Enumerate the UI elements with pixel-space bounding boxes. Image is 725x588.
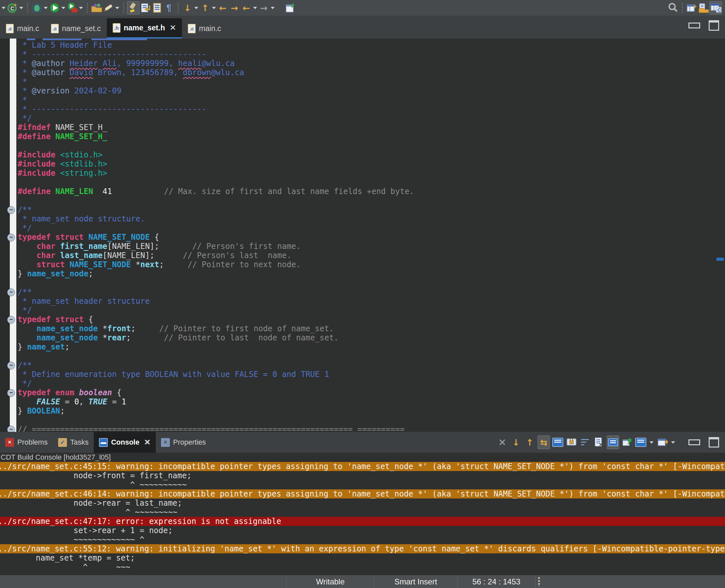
open-return-doc-icon[interactable] <box>140 2 151 14</box>
external-tools-dropdown-icon[interactable] <box>79 7 83 9</box>
annotate-pen-dropdown-icon[interactable] <box>115 7 119 9</box>
svg-text:✦: ✦ <box>664 438 668 446</box>
forward-history-star-icon[interactable]: → <box>229 2 240 14</box>
editor-tab-name_set.c[interactable]: .cname_set.c <box>45 18 107 39</box>
saved-perspectives-icon[interactable] <box>698 2 709 14</box>
debug-dropdown-icon[interactable] <box>44 7 48 9</box>
back-icon[interactable]: ← <box>240 2 252 14</box>
code-line: } name_set; <box>18 342 720 352</box>
tasks-icon: ✓ <box>58 438 67 447</box>
toolbar-separator <box>27 3 28 13</box>
svg-text:+: + <box>693 3 697 10</box>
new-c-project-icon[interactable]: C+ <box>6 2 18 14</box>
console-tab-Properties[interactable]: ≡Properties <box>156 432 211 453</box>
insert-mode-label: Smart Insert <box>395 577 437 586</box>
maximize-editor-icon[interactable] <box>709 20 719 31</box>
annotate-pen-icon[interactable] <box>103 2 114 14</box>
minimize-editor-icon[interactable] <box>688 23 700 28</box>
status-drag-handle-icon[interactable] <box>538 577 540 586</box>
editor-tab-main.c[interactable]: .cmain.c <box>182 18 227 39</box>
editor-tab-main.c[interactable]: .cmain.c <box>0 18 45 39</box>
writable-label: Writable <box>316 577 345 586</box>
external-tools-icon[interactable] <box>66 2 78 14</box>
fold-collapse-icon[interactable]: − <box>7 234 15 241</box>
search-icon[interactable] <box>667 2 679 14</box>
code-line: char first_name[NAME_LEN]; // Person's f… <box>18 242 720 251</box>
run-icon[interactable] <box>49 2 60 14</box>
open-console-icon[interactable]: ✦ <box>656 436 668 449</box>
fold-collapse-icon[interactable]: − <box>7 289 15 296</box>
new-dropdown-icon[interactable] <box>2 7 5 9</box>
next-annotation-icon[interactable]: ↓ <box>182 2 193 14</box>
clear-console-icon[interactable]: × <box>593 436 605 449</box>
open-console-dropdown-icon[interactable] <box>671 441 675 444</box>
terminate-icon[interactable]: ✕ <box>496 436 508 449</box>
previous-annotation-icon[interactable]: ↑ <box>199 2 211 14</box>
forward-icon[interactable]: → <box>258 2 270 14</box>
previous-annotation-dropdown-icon[interactable] <box>212 7 216 9</box>
c-cpp-perspective-icon[interactable]: C <box>709 1 722 14</box>
pin-console-icon[interactable] <box>621 436 633 449</box>
maximize-console-icon[interactable] <box>709 437 719 447</box>
svg-text:+: + <box>14 3 17 7</box>
problems-icon: × <box>5 438 14 447</box>
toolbar-separator <box>682 3 683 13</box>
code-line: /** <box>18 361 720 370</box>
fold-collapse-icon[interactable]: − <box>7 316 15 324</box>
open-perspective-icon[interactable]: + <box>686 2 698 14</box>
next-match-icon[interactable]: ↓ <box>510 436 522 449</box>
run-dropdown-icon[interactable] <box>61 7 65 9</box>
back-dropdown-icon[interactable] <box>253 7 257 9</box>
tab-label: Console <box>111 438 140 446</box>
tab-label: name_set.c <box>62 24 101 33</box>
forward-dropdown-icon[interactable] <box>271 7 275 9</box>
back-history-star-icon[interactable]: ← <box>217 2 229 14</box>
code-line: #include <stdio.h> <box>18 150 720 160</box>
monitor-memory-icon[interactable] <box>552 436 564 449</box>
code-line: * name_set node structure. <box>18 214 720 224</box>
code-line: name_set_node *front; // Pointer to firs… <box>18 324 720 333</box>
show-console-on-output-icon[interactable]: ⇆ <box>537 436 550 449</box>
code-line <box>18 178 720 187</box>
toggle-highlight-icon[interactable] <box>127 1 140 14</box>
previous-match-icon[interactable]: ↑ <box>524 436 536 449</box>
tab-label: Problems <box>17 438 48 446</box>
open-element-icon[interactable] <box>91 2 103 14</box>
code-line <box>18 196 720 205</box>
console-tab-Console[interactable]: ▬Console✕ <box>94 432 156 453</box>
console-tab-Problems[interactable]: ×Problems <box>0 432 53 453</box>
close-tab-icon[interactable]: ✕ <box>168 23 176 32</box>
tab-label: name_set.h <box>124 23 165 32</box>
display-selected-console-dropdown-icon[interactable] <box>649 441 654 444</box>
overview-annotation-marker[interactable] <box>716 257 724 261</box>
code-line: /** <box>18 288 720 297</box>
console-output[interactable]: ../src/name_set.c:45:15: warning: incomp… <box>0 462 725 572</box>
fold-collapse-icon[interactable]: − <box>7 206 15 214</box>
tab-label: main.c <box>17 24 39 33</box>
tab-label: main.c <box>199 24 221 33</box>
close-tab-icon[interactable]: ✕ <box>143 438 151 447</box>
clipped-line-sliver <box>42 39 82 40</box>
fold-collapse-icon[interactable]: − <box>7 426 15 432</box>
next-annotation-dropdown-icon[interactable] <box>194 7 198 9</box>
fold-collapse-icon[interactable]: − <box>7 362 15 370</box>
show-whitespace-icon[interactable]: ¶ <box>163 2 175 14</box>
monitor-lock-icon[interactable] <box>566 436 577 449</box>
scroll-lock-icon[interactable] <box>607 436 619 449</box>
console-icon: ▬ <box>99 438 108 447</box>
code-editor[interactable]: −−−−−−− * Lab 5 Header File * ----------… <box>0 39 725 432</box>
code-line: #define NAME_SET_H_ <box>18 132 720 141</box>
minimize-console-icon[interactable] <box>688 439 700 445</box>
display-selected-console-icon[interactable] <box>635 436 647 449</box>
new-c-project-dropdown-icon[interactable] <box>19 7 23 9</box>
outline-doc-icon[interactable] <box>151 2 163 14</box>
open-new-window-icon[interactable] <box>284 2 296 14</box>
code-lines[interactable]: * Lab 5 Header File * ------------------… <box>16 41 720 432</box>
editor-tab-name_set.h[interactable]: .hname_set.h✕ <box>107 18 182 39</box>
overview-ruler[interactable] <box>720 39 725 432</box>
console-tab-Tasks[interactable]: ✓Tasks <box>53 432 94 453</box>
code-line: typedef struct NAME_SET_NODE { <box>18 233 720 242</box>
word-wrap-icon[interactable] <box>579 436 591 449</box>
debug-icon[interactable] <box>31 2 43 14</box>
fold-collapse-icon[interactable]: − <box>7 389 15 397</box>
